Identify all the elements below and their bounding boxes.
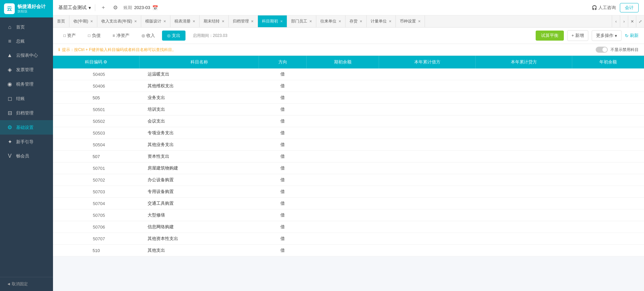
sidebar-item-basic[interactable]: ⚙ 基础设置	[0, 120, 53, 135]
cell-opening-15	[307, 245, 379, 256]
disable-toggle[interactable]	[596, 47, 608, 53]
table-row[interactable]: 50704 交通工具购置 借	[53, 198, 644, 209]
col-opening: 期初余额	[307, 56, 379, 68]
table-row[interactable]: 50706 信息网络购建 借	[53, 221, 644, 233]
sidebar-item-tax[interactable]: ◉ 税务管理	[0, 77, 53, 91]
tab-subject_init[interactable]: 科目期初✕	[258, 15, 287, 28]
cell-ytd-credit-2	[476, 92, 572, 104]
company-selector[interactable]: 基层工会测试 ▾	[58, 5, 91, 11]
table-row[interactable]: 50502 会议支出 借	[53, 115, 644, 127]
cell-ytd-credit-14	[476, 233, 572, 245]
table-body: 50405 运温暖支出 借 50406 其他维权支出 借 505 业务支出 借 …	[53, 68, 644, 256]
settings-button[interactable]: ⚙	[111, 4, 119, 12]
sidebar-item-member[interactable]: V 畅会员	[0, 149, 53, 163]
cell-ytd-credit-1	[476, 80, 572, 92]
tab-period_end[interactable]: 期末结转✕	[200, 15, 229, 28]
add-company-button[interactable]: ＋	[99, 4, 107, 12]
cell-ytd-debit-11	[379, 198, 475, 209]
subject-table: 科目编码 ⚙ 科目名称 方向 期初余额 本年累计借方 本年累计贷方 年初余额 5…	[53, 56, 644, 256]
cell-name-10: 专用设备购置	[140, 186, 259, 198]
table-row[interactable]: 50406 其他维权支出 借	[53, 80, 644, 92]
table-row[interactable]: 50705 大型修缮 借	[53, 209, 644, 221]
tab-close-all[interactable]: ✕	[628, 15, 636, 28]
user-role-button[interactable]: 会计	[620, 3, 639, 12]
column-settings-icon[interactable]: ⚙	[103, 59, 107, 64]
tab-unit[interactable]: 计量单位✕	[367, 15, 396, 28]
tab-label-home: 首页	[57, 18, 65, 24]
tab-close-department[interactable]: ✕	[309, 19, 312, 23]
subtab-expenditure[interactable]: ◎支出	[162, 31, 185, 41]
table-row[interactable]: 507 资本性支出 借	[53, 151, 644, 162]
cell-opening-1	[307, 80, 379, 92]
tab-close-subject_init[interactable]: ✕	[280, 19, 283, 23]
subtab-label-asset: 资产	[67, 33, 76, 39]
logo-icon: 云	[4, 3, 15, 14]
cell-ytd-debit-0	[379, 68, 475, 80]
tab-tax[interactable]: 税表清册✕	[170, 15, 200, 28]
table-row[interactable]: 50701 房屋建筑物购建 借	[53, 162, 644, 174]
refresh-button[interactable]: ↻ 刷新	[625, 33, 639, 39]
tab-scroll-right[interactable]: ›	[620, 15, 628, 28]
subtab-net_asset[interactable]: ≡净资产	[108, 31, 135, 41]
sidebar-item-guide[interactable]: ✦ 新手引导	[0, 135, 53, 149]
sidebar-pin-toggle[interactable]: ◄ 取消固定	[0, 277, 53, 291]
help-button[interactable]: 🎧 人工咨询	[592, 5, 616, 11]
sidebar-item-ledger[interactable]: ≡ 总账	[0, 34, 53, 48]
table-row[interactable]: 50503 专项业务支出 借	[53, 127, 644, 139]
tab-expand[interactable]: ⤢	[636, 15, 644, 28]
subtab-liability[interactable]: □负债	[83, 31, 105, 41]
notice-text: 提示：按Ctrl + F键并输入科目编码或者科目名称可以查找科目。	[62, 47, 176, 53]
tab-scroll-left[interactable]: ‹	[612, 15, 620, 28]
tab-close-interim[interactable]: ✕	[90, 19, 93, 23]
tab-close-tax[interactable]: ✕	[193, 19, 195, 23]
balance-button[interactable]: 试算平衡	[536, 31, 564, 41]
period-label: 启用期间：2023.03	[193, 33, 227, 39]
cell-year-opening-2	[572, 92, 644, 104]
tab-income[interactable]: 收入支出表(年报)✕	[97, 15, 141, 28]
subtab-asset[interactable]: □资产	[58, 31, 81, 41]
table-row[interactable]: 50504 其他业务支出 借	[53, 139, 644, 151]
tab-currency[interactable]: 币种设置✕	[396, 15, 425, 28]
tab-close-template[interactable]: ✕	[163, 19, 166, 23]
tab-label-interim: 收(中期)	[73, 18, 88, 24]
cell-code-13: 50706	[53, 221, 140, 233]
cell-code-1: 50406	[53, 80, 140, 92]
sidebar-item-report[interactable]: ▲ 云报表中心	[0, 48, 53, 62]
tab-close-filing[interactable]: ✕	[251, 19, 254, 23]
table-row[interactable]: 510 其他支出 借	[53, 245, 644, 256]
tab-close-vendor[interactable]: ✕	[338, 19, 341, 23]
add-button[interactable]: + 新增	[567, 30, 588, 41]
tab-interim[interactable]: 收(中期)✕	[69, 15, 97, 28]
tab-close-unit[interactable]: ✕	[389, 19, 391, 23]
col-code: 科目编码 ⚙	[53, 56, 140, 68]
cell-year-opening-8	[572, 162, 644, 174]
table-row[interactable]: 50702 办公设备购置 借	[53, 174, 644, 186]
cell-year-opening-4	[572, 115, 644, 127]
table-row[interactable]: 50707 其他资本性支出 借	[53, 233, 644, 245]
tab-close-inventory[interactable]: ✕	[360, 19, 362, 23]
tab-close-period_end[interactable]: ✕	[222, 19, 224, 23]
table-row[interactable]: 50501 培训支出 借	[53, 104, 644, 115]
tab-close-income[interactable]: ✕	[134, 19, 137, 23]
table-row[interactable]: 505 业务支出 借	[53, 92, 644, 104]
cell-code-9: 50702	[53, 174, 140, 186]
tab-close-currency[interactable]: ✕	[418, 19, 421, 23]
sidebar-item-invoice[interactable]: ◈ 发票管理	[0, 62, 53, 77]
cell-opening-7	[307, 151, 379, 162]
table-row[interactable]: 50703 专用设备购置 借	[53, 186, 644, 198]
sidebar-item-home[interactable]: ⌂ 首页	[0, 20, 53, 34]
sidebar-icon-ledger: ≡	[7, 38, 13, 44]
tab-vendor[interactable]: 往来单位✕	[316, 15, 345, 28]
table-row[interactable]: 50405 运温暖支出 借	[53, 68, 644, 80]
sidebar-item-archive[interactable]: ⊟ 归档管理	[0, 106, 53, 120]
sidebar-item-settle[interactable]: ◻ 结账	[0, 91, 53, 106]
tab-department[interactable]: 部门员工✕	[287, 15, 316, 28]
subtab-income[interactable]: ◎收入	[137, 31, 160, 41]
more-actions-button[interactable]: 更多操作 ▾	[592, 30, 622, 41]
tab-inventory[interactable]: 存货✕	[345, 15, 367, 28]
tab-filing[interactable]: 归档管理✕	[229, 15, 258, 28]
calendar-icon[interactable]: 📅	[152, 5, 158, 10]
tab-home[interactable]: 首页	[53, 15, 69, 28]
tab-template[interactable]: 模版设计✕	[141, 15, 170, 28]
cell-year-opening-3	[572, 104, 644, 115]
